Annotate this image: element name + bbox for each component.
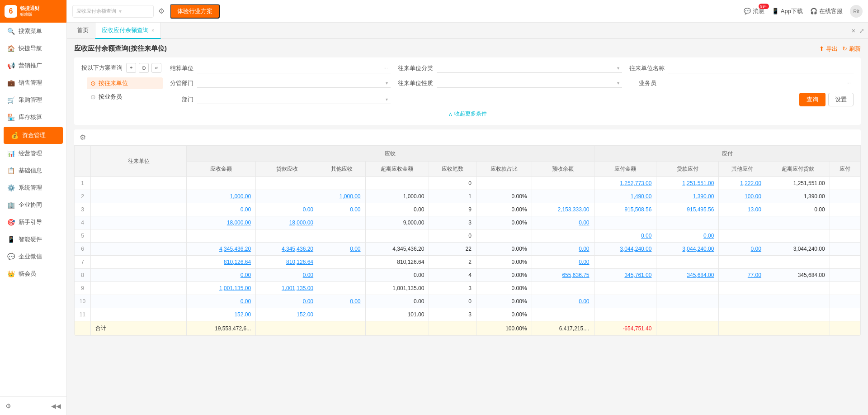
logo-icon: 6 [5, 5, 17, 18]
main-content: 首页 应收应付余额查询 × × ⤢ 应收应付余额查询(按往来单位) ⬆ 导出 ↻… [67, 0, 868, 415]
table-row: 10 0.00 0.00 0.00 0.00 0 0.00% 0.00 [75, 295, 861, 308]
sidebar: 6 畅捷通财 标准版 🔍 搜索菜单 🏠 快捷导航 📢 营销推广 💼 销售管理 🛒… [0, 0, 67, 415]
th-other-pay: 其他应付 [719, 162, 766, 177]
sidebar-footer: ⚙ ◀◀ [0, 396, 66, 415]
sidebar-item-basic[interactable]: 📋 基础信息 [0, 162, 66, 179]
filter-option-salesperson[interactable]: ⊙ 按业务员 [87, 91, 163, 103]
sidebar-item-quicknav[interactable]: 🏠 快捷导航 [0, 40, 66, 57]
filter-settlement-unit: 结算单位 ··· [166, 63, 391, 73]
th-other-recv: 其他应收 [318, 162, 366, 177]
logo-badge: 标准版 [20, 12, 40, 18]
sidebar-item-hardware[interactable]: 📱 智能硬件 [0, 231, 66, 248]
collapse-scheme-btn[interactable]: « [151, 63, 161, 73]
filter-settings-button[interactable]: 设置 [828, 93, 854, 106]
avatar[interactable]: Rit [850, 5, 863, 18]
settings-footer-icon[interactable]: ⚙ [4, 401, 13, 411]
sidebar-item-enterprise[interactable]: 🏢 企业协同 [0, 196, 66, 214]
table-row: 2 1,000.00 1,000.00 1,000.00 1 0.00% 1,4… [75, 190, 861, 203]
promo-button[interactable]: 体验行业方案 [170, 4, 220, 19]
app-download-icon: 📱 [772, 8, 779, 14]
sidebar-item-guide[interactable]: 🎯 新手引导 [0, 214, 66, 231]
add-scheme-btn[interactable]: + [126, 63, 136, 73]
service-icon: 🎧 [810, 8, 817, 14]
filter-options: ⊙ 按往来单位 ⊙ 按业务员 [87, 77, 163, 103]
sidebar-item-member[interactable]: 👑 畅会员 [0, 265, 66, 282]
total-recv-amount[interactable]: 19,553,472,6... [187, 321, 256, 336]
table-toolbar: ⚙ [74, 129, 861, 146]
collapse-sidebar-btn[interactable]: ◀◀ [49, 401, 63, 411]
collapse-icon: ∧ [448, 111, 453, 117]
online-service-button[interactable]: 🎧 在线客服 [810, 7, 843, 15]
breadcrumb-text: 应收应付余额查询 [76, 8, 116, 14]
dept-chevron[interactable]: ▾ [386, 97, 388, 102]
dept-manager-chevron[interactable]: ▾ [386, 81, 388, 86]
sidebar-item-finance[interactable]: 💰 资金管理 [4, 127, 63, 144]
sidebar-menu: 🔍 搜索菜单 🏠 快捷导航 📢 营销推广 💼 销售管理 🛒 采购管理 🏪 库存核… [0, 23, 66, 396]
sidebar-item-inventory[interactable]: 🏪 库存核算 [0, 109, 66, 126]
edit-scheme-btn[interactable]: ⊙ [139, 63, 149, 73]
label-partner-name: 往来单位名称 [629, 64, 665, 72]
inventory-icon: 🏪 [7, 114, 15, 121]
partner-name-input[interactable] [668, 63, 854, 73]
data-table-container: ⚙ 往来单位 应收 应付 应收金额 贷款应收 其他应收 [74, 129, 861, 336]
tab-active[interactable]: 应收应付余额查询 × [95, 23, 161, 39]
home-icon: 🏠 [7, 45, 15, 52]
sidebar-item-wechat[interactable]: 💬 企业微信 [0, 248, 66, 265]
filter-icon-group: + ⊙ « [126, 63, 161, 73]
logo-name: 畅捷通财 [20, 5, 40, 11]
table-row: 11 152.00 152.00 101.00 3 0.00% [75, 308, 861, 321]
breadcrumb[interactable]: 应收应付余额查询 ▾ [72, 5, 154, 18]
query-button[interactable]: 查询 [799, 93, 826, 106]
member-icon: 👑 [7, 270, 15, 277]
tab-home[interactable]: 首页 [71, 23, 95, 39]
page-title-bar: 应收应付余额查询(按往来单位) ⬆ 导出 ↻ 刷新 [74, 44, 861, 53]
header-left: 应收应付余额查询 ▾ ⚙ 体验行业方案 [72, 4, 744, 19]
sidebar-item-operations[interactable]: 📊 经营管理 [0, 145, 66, 162]
total-pay-amount: -654,751.40 [594, 321, 656, 336]
filter-dept-manager: 分管部门 ▾ [166, 78, 391, 88]
export-icon: ⬆ [819, 45, 824, 52]
sidebar-item-purchase[interactable]: 🛒 采购管理 [0, 91, 66, 109]
th-pay-amount: 应付金额 [594, 162, 656, 177]
filter-panel: 按以下方案查询 + ⊙ « ⊙ 按往来单位 ⊙ [74, 57, 861, 125]
salesperson-dots-btn[interactable]: ··· [846, 80, 851, 86]
app-download-button[interactable]: 📱 App下载 [772, 7, 803, 15]
th-pay-extra: 应付 [830, 162, 860, 177]
refresh-button[interactable]: ↻ 刷新 [842, 45, 861, 53]
table-row: 7 810,126.64 810,126.64 810,126.64 2 0.0… [75, 256, 861, 269]
app-logo: 6 畅捷通财 标准版 [0, 0, 66, 23]
system-icon: ⚙️ [7, 184, 15, 191]
basic-icon: 📋 [7, 167, 15, 174]
th-payable-group: 应付 [594, 146, 861, 162]
th-recv-ratio: 应收款占比 [476, 162, 532, 177]
filter-partner-category: 往来单位分类 ▾ [398, 63, 622, 73]
th-receivable-group: 应收 [187, 146, 594, 162]
sidebar-item-sales[interactable]: 💼 销售管理 [0, 74, 66, 91]
th-partner: 往来单位 [91, 146, 187, 177]
sidebar-item-marketing[interactable]: 📢 营销推广 [0, 57, 66, 74]
filter-option-partner[interactable]: ⊙ 按往来单位 [87, 77, 163, 89]
settlement-dots-btn[interactable]: ··· [383, 65, 388, 71]
top-header: 应收应付余额查询 ▾ ⚙ 体验行业方案 💬 消息 99+ 📱 App下载 🎧 在… [67, 0, 868, 23]
export-button[interactable]: ⬆ 导出 [819, 45, 838, 53]
total-row: 合计 19,553,472,6... 100.00% 6,417,215....… [75, 321, 861, 336]
tab-close-icon[interactable]: × [151, 28, 154, 33]
breadcrumb-chevron: ▾ [119, 8, 122, 14]
th-overdue-pay: 超期应付货款 [766, 162, 830, 177]
filter-collapse-btn[interactable]: ∧ 收起更多条件 [81, 108, 854, 119]
window-close-icon[interactable]: × [852, 27, 855, 34]
operations-icon: 📊 [7, 150, 15, 157]
window-expand-icon[interactable]: ⤢ [859, 27, 864, 34]
label-dept-manager: 分管部门 [166, 79, 193, 87]
sidebar-item-search[interactable]: 🔍 搜索菜单 [0, 23, 66, 40]
table-settings-icon[interactable]: ⚙ [80, 133, 86, 142]
partner-nature-chevron[interactable]: ▾ [617, 81, 619, 86]
settings-icon[interactable]: ⚙ [158, 7, 165, 15]
message-button[interactable]: 💬 消息 99+ [744, 7, 764, 15]
th-recv-amount: 应收金额 [187, 162, 256, 177]
table-row: 5 0 0.00 0.00 [75, 229, 861, 243]
partner-category-chevron[interactable]: ▾ [617, 66, 619, 71]
page-body: 应收应付余额查询(按往来单位) ⬆ 导出 ↻ 刷新 按以下方案查询 [67, 39, 868, 415]
message-badge: 99+ [759, 4, 769, 9]
sidebar-item-system[interactable]: ⚙️ 系统管理 [0, 179, 66, 196]
